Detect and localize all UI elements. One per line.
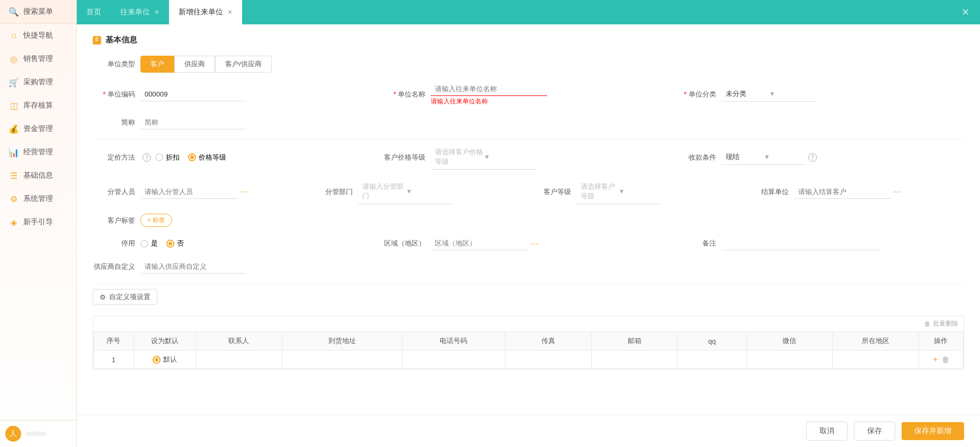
sales-icon: ◎ (8, 54, 19, 64)
unit-name-error: 请输入往来单位名称 (431, 97, 547, 106)
cell-email[interactable] (591, 350, 678, 369)
sidebar-item-label: 新手引导 (23, 217, 53, 227)
customer-level-select[interactable]: 请选择客户等级 ▼ (576, 179, 661, 204)
type-btn-both[interactable]: 客户/供应商 (215, 56, 272, 73)
close-add-partner-tab-icon[interactable]: ✕ (227, 8, 233, 16)
save-button[interactable]: 保存 (854, 422, 895, 441)
col-qq: qq (678, 332, 746, 350)
settlement-unit-input[interactable] (794, 185, 892, 199)
email-input[interactable] (613, 356, 656, 364)
region-input[interactable] (431, 236, 528, 250)
pricing-row: 定价方法 ? 折扣 价格等级 客户价格等级 请选择客户价格等级 (93, 145, 964, 170)
region-more-icon[interactable]: ··· (528, 238, 540, 249)
region-label: 区域（地区） (383, 239, 425, 248)
tags-group: 客户标签 + 标签 (93, 214, 964, 227)
purchase-icon: 🛒 (8, 77, 19, 87)
default-radio-circle[interactable] (153, 356, 161, 364)
user-avatar: 人 (5, 426, 21, 442)
tab-add-partner[interactable]: 新增往来单位 ✕ (169, 0, 242, 24)
sidebar-item-finance[interactable]: 💰 资金管理 (0, 117, 76, 141)
sidebar-bottom: 人 (0, 420, 76, 447)
sidebar-item-basic-info[interactable]: ☰ 基础信息 (0, 164, 76, 187)
payment-terms-help-icon[interactable]: ? (808, 153, 817, 162)
type-btn-supplier[interactable]: 供应商 (174, 56, 215, 73)
sidebar-search[interactable]: 🔍 搜索菜单 (0, 0, 76, 24)
disabled-yes-radio[interactable]: 是 (140, 239, 158, 248)
close-partner-list-tab-icon[interactable]: ✕ (154, 8, 159, 16)
sidebar-item-system[interactable]: ⚙ 系统管理 (0, 187, 76, 211)
payment-terms-value: 现结 (726, 152, 764, 162)
unit-name-input[interactable] (431, 82, 547, 96)
pricing-help-icon[interactable]: ? (142, 153, 151, 162)
batch-delete-label: 批量删除 (933, 319, 958, 328)
custom-settings-label: 自定义项设置 (109, 292, 150, 302)
cell-address[interactable] (282, 350, 402, 369)
qq-input[interactable] (696, 356, 728, 364)
fax-input[interactable] (527, 356, 569, 364)
table-head: 序号 设为默认 联系人 到货地址 电话号码 传真 邮箱 qq 微信 所在地区 操… (94, 332, 964, 350)
settlement-more-icon[interactable]: ··· (892, 186, 904, 197)
manager-input[interactable] (140, 185, 238, 199)
cancel-button[interactable]: 取消 (806, 422, 848, 441)
disabled-row: 停用 是 否 区域（地区） ··· 备注 (93, 236, 964, 250)
sidebar-item-sales[interactable]: ◎ 销售管理 (0, 47, 76, 71)
operations-icon: 📊 (8, 147, 19, 157)
row-add-icon[interactable]: + (933, 355, 938, 364)
unit-name-group: 单位名称 请输入往来单位名称 (383, 82, 673, 106)
manager-label: 分管人员 (93, 187, 135, 197)
tab-partner-list[interactable]: 往来单位 ✕ (111, 0, 169, 24)
sidebar-item-quick-nav[interactable]: ⌂ 快捷导航 (0, 24, 76, 47)
row-delete-icon[interactable]: 🗑 (942, 355, 949, 364)
sidebar-item-inventory[interactable]: ◫ 库存核算 (0, 94, 76, 117)
customer-level-arrow-icon: ▼ (619, 188, 657, 195)
tag-add-button[interactable]: + 标签 (140, 214, 172, 227)
phone-input[interactable] (427, 356, 480, 364)
cell-phone[interactable] (402, 350, 505, 369)
custom-settings-button[interactable]: ⚙ 自定义项设置 (93, 289, 157, 305)
unit-category-select[interactable]: 未分类 ▼ (721, 86, 817, 102)
cell-contact[interactable] (196, 350, 282, 369)
payment-terms-select[interactable]: 现结 ▼ (721, 150, 806, 165)
sidebar-item-guide[interactable]: ◈ 新手引导 (0, 211, 76, 234)
manager-more-icon[interactable]: ··· (238, 186, 250, 197)
default-radio-cell: 默认 (139, 355, 190, 364)
address-input[interactable] (310, 356, 374, 364)
sidebar-item-label: 系统管理 (23, 194, 53, 204)
sidebar-item-operations[interactable]: 📊 经营管理 (0, 141, 76, 164)
batch-delete-button[interactable]: 🗑 批量删除 (924, 319, 958, 328)
department-select[interactable]: 请输入分管部门 ▼ (358, 179, 453, 204)
region-cell-input[interactable] (854, 356, 897, 364)
type-btn-customer[interactable]: 客户 (140, 56, 174, 73)
finance-icon: 💰 (8, 124, 19, 134)
unit-code-input[interactable] (140, 87, 246, 101)
cell-seq: 1 (94, 350, 134, 369)
save-new-button[interactable]: 保存并新增 (902, 422, 964, 440)
tab-home[interactable]: 首页 (77, 0, 111, 24)
pricing-discount-radio[interactable]: 折扣 (155, 153, 180, 162)
tab-partner-list-label: 往来单位 (120, 7, 150, 17)
cell-qq[interactable] (678, 350, 746, 369)
wechat-input[interactable] (768, 356, 810, 364)
cell-fax[interactable] (505, 350, 592, 369)
cell-wechat[interactable] (746, 350, 833, 369)
col-seq: 序号 (94, 332, 134, 350)
short-name-input[interactable] (140, 116, 246, 129)
sidebar-item-purchase[interactable]: 🛒 采购管理 (0, 71, 76, 94)
disabled-no-radio[interactable]: 否 (166, 239, 184, 248)
pricing-level-radio[interactable]: 价格等级 (188, 153, 226, 162)
col-phone: 电话号码 (402, 332, 505, 350)
customer-price-level-select[interactable]: 请选择客户价格等级 ▼ (431, 145, 537, 170)
contact-input[interactable] (218, 356, 260, 364)
pricing-method-group: 定价方法 ? 折扣 价格等级 (93, 153, 383, 162)
remark-input[interactable] (721, 236, 880, 250)
table-header-columns: 序号 设为默认 联系人 到货地址 电话号码 传真 邮箱 qq 微信 所在地区 操… (94, 332, 964, 350)
unit-name-label: 单位名称 (383, 90, 425, 99)
supplier-custom-input[interactable] (140, 260, 246, 274)
tab-home-label: 首页 (86, 7, 101, 17)
cell-region[interactable] (833, 350, 919, 369)
tab-bar-close-button[interactable]: ✕ (951, 0, 980, 24)
unit-category-group: 单位分类 未分类 ▼ (674, 86, 964, 102)
disabled-yes-circle (140, 240, 148, 248)
batch-delete-icon: 🗑 (924, 320, 931, 328)
sidebar-search-label: 搜索菜单 (23, 7, 53, 16)
